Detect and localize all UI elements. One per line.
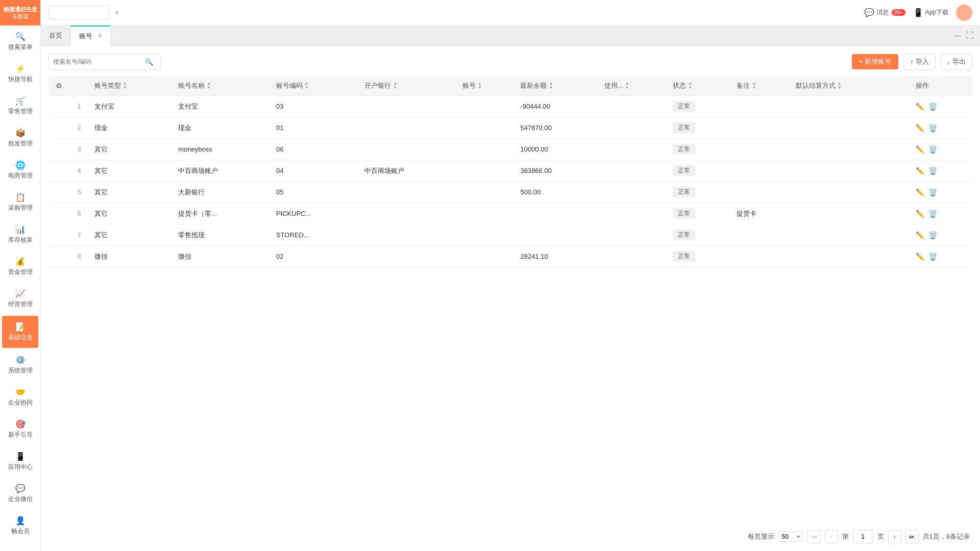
row-settings-1 xyxy=(48,117,69,139)
sidebar-item-sys-mgmt[interactable]: ⚙️ 系统管理 xyxy=(0,349,40,381)
tab-bar: 首页 账号 ✕ — ⛶ xyxy=(41,26,980,46)
edit-btn-6[interactable]: ✏️ xyxy=(916,231,924,239)
row-usage-2 xyxy=(599,139,668,160)
sidebar-item-newcomer-guide[interactable]: 🎯 新手引导 xyxy=(0,413,40,445)
row-account-code-6: STORED... xyxy=(271,224,359,246)
row-usage-7 xyxy=(599,246,668,267)
tab-home[interactable]: 首页 xyxy=(41,26,71,46)
purchase-icon: 📋 xyxy=(3,192,38,202)
import-button[interactable]: ↑ 导入 xyxy=(903,54,936,70)
add-account-button[interactable]: + 新增账号 xyxy=(852,54,898,69)
table-row: 4 其它 中百商场账户 04 中百商场账户 383866.00 正常 ✏️ 🗑️ xyxy=(48,160,972,182)
top-search-dropdown[interactable]: ▾ xyxy=(115,8,119,17)
total-info: 共1页，8条记录 xyxy=(923,532,970,541)
sort-account-no: ▲▼ xyxy=(478,82,482,90)
search-input[interactable] xyxy=(49,58,141,65)
col-latest-balance[interactable]: 最新余额 ▲▼ xyxy=(515,76,599,96)
delete-btn-0[interactable]: 🗑️ xyxy=(928,103,937,111)
delete-btn-4[interactable]: 🗑️ xyxy=(928,188,937,196)
export-button[interactable]: ↓ 导出 xyxy=(941,54,973,70)
avatar[interactable] xyxy=(956,5,972,21)
sidebar-item-finance[interactable]: 💰 资金管理 xyxy=(0,251,40,283)
row-status-7: 正常 xyxy=(668,246,731,267)
sidebar-item-app-center[interactable]: 📱 应用中心 xyxy=(0,445,40,478)
col-account-no[interactable]: 账号 ▲▼ xyxy=(457,76,515,96)
app-download-btn[interactable]: 📱 App下载 xyxy=(913,8,948,17)
page-first-btn[interactable]: ⏮ xyxy=(807,530,821,543)
page-size-select[interactable]: 50 100 200 xyxy=(778,532,803,542)
delete-btn-2[interactable]: 🗑️ xyxy=(928,145,937,154)
sidebar-item-inventory[interactable]: 📊 库存核算 xyxy=(0,218,40,251)
row-account-name-0: 支付宝 xyxy=(173,96,271,117)
col-status[interactable]: 状态 ▲▼ xyxy=(668,76,731,96)
row-account-no-3 xyxy=(457,160,515,182)
row-default-settlement-0 xyxy=(791,96,911,117)
delete-btn-3[interactable]: 🗑️ xyxy=(928,167,937,175)
search-button[interactable]: 🔍 xyxy=(141,58,158,66)
sidebar-item-basic-info[interactable]: 📝 基础信息 xyxy=(2,316,38,348)
row-status-5: 正常 xyxy=(668,203,731,224)
tab-maximize-btn[interactable]: ⛶ xyxy=(964,29,976,42)
top-header: ▾ 💬 消息 99+ 📱 App下载 xyxy=(41,0,980,26)
sidebar-item-quick-nav[interactable]: ⚡ 快捷导航 xyxy=(0,58,40,90)
row-latest-balance-3: 383866.00 xyxy=(515,160,599,182)
col-default-settlement[interactable]: 默认结算方式 ▲▼ xyxy=(791,76,911,96)
edit-btn-4[interactable]: ✏️ xyxy=(916,188,924,196)
col-remarks[interactable]: 备注 ▲▼ xyxy=(731,76,790,96)
tab-accounts[interactable]: 账号 ✕ xyxy=(71,26,111,46)
row-default-settlement-2 xyxy=(791,139,911,160)
page-last-btn[interactable]: ⏭ xyxy=(905,530,919,543)
row-settings-4 xyxy=(48,182,69,203)
row-opening-bank-1 xyxy=(359,117,457,139)
edit-btn-2[interactable]: ✏️ xyxy=(916,145,924,154)
sidebar-item-operations[interactable]: 📈 经营管理 xyxy=(0,283,40,315)
edit-btn-0[interactable]: ✏️ xyxy=(916,103,924,111)
edit-btn-7[interactable]: ✏️ xyxy=(916,253,924,261)
row-actions-0: ✏️ 🗑️ xyxy=(911,96,972,117)
row-settings-7 xyxy=(48,246,69,267)
row-settings-3 xyxy=(48,160,69,182)
delete-btn-7[interactable]: 🗑️ xyxy=(928,253,937,261)
row-settings-6 xyxy=(48,224,69,246)
sidebar-item-retail-mgmt[interactable]: 🛒 零售管理 xyxy=(0,90,40,122)
sidebar-item-wholesale-mgmt[interactable]: 📦 批发管理 xyxy=(0,122,40,154)
delete-btn-6[interactable]: 🗑️ xyxy=(928,231,937,239)
page-number-input[interactable] xyxy=(853,530,873,543)
page-prev-btn[interactable]: ‹ xyxy=(825,530,838,543)
member-icon: 👤 xyxy=(3,516,38,525)
header-right: 💬 消息 99+ 📱 App下载 xyxy=(864,5,972,21)
col-account-code[interactable]: 账号编码 ▲▼ xyxy=(271,76,359,96)
sidebar-item-enterprise-wechat[interactable]: 💬 企业微信 xyxy=(0,478,40,510)
sys-mgmt-icon: ⚙️ xyxy=(3,355,38,365)
page-next-btn[interactable]: › xyxy=(888,530,901,543)
tab-accounts-close[interactable]: ✕ xyxy=(97,33,102,39)
row-account-no-7 xyxy=(457,246,515,267)
delete-btn-5[interactable]: 🗑️ xyxy=(928,210,937,218)
import-icon: ↑ xyxy=(910,58,914,66)
row-account-no-0 xyxy=(457,96,515,117)
sidebar-item-purchase[interactable]: 📋 采购管理 xyxy=(0,186,40,218)
row-remarks-3 xyxy=(731,160,790,182)
top-search-input[interactable] xyxy=(48,6,110,20)
sidebar-item-enterprise-collab[interactable]: 🤝 企业协同 xyxy=(0,381,40,413)
ecommerce-icon: 🌐 xyxy=(3,160,38,170)
sidebar-item-ecommerce[interactable]: 🌐 电商管理 xyxy=(0,154,40,186)
col-account-type[interactable]: 账号类型 ▲▼ xyxy=(89,76,173,96)
edit-btn-3[interactable]: ✏️ xyxy=(916,167,924,175)
edit-btn-5[interactable]: ✏️ xyxy=(916,210,924,218)
row-default-settlement-5 xyxy=(791,203,911,224)
row-actions-6: ✏️ 🗑️ xyxy=(911,224,972,246)
tab-minimize-btn[interactable]: — xyxy=(951,29,964,42)
main-area: ▾ 💬 消息 99+ 📱 App下载 首页 账号 ✕ — ⛶ xyxy=(41,0,980,551)
inventory-icon: 📊 xyxy=(3,224,38,234)
row-remarks-6 xyxy=(731,224,790,246)
delete-btn-1[interactable]: 🗑️ xyxy=(928,124,937,132)
notification-btn[interactable]: 💬 消息 99+ xyxy=(864,8,905,17)
sidebar-item-member[interactable]: 👤 畅会员 xyxy=(0,510,40,542)
col-settings[interactable]: ⚙ xyxy=(48,76,69,96)
sidebar-item-search-menu[interactable]: 🔍 搜索菜单 xyxy=(0,26,40,58)
col-account-name[interactable]: 账号名称 ▲▼ xyxy=(173,76,271,96)
col-opening-bank[interactable]: 开户银行 ▲▼ xyxy=(359,76,457,96)
col-usage[interactable]: 使用... ▲▼ xyxy=(599,76,668,96)
edit-btn-1[interactable]: ✏️ xyxy=(916,124,924,132)
